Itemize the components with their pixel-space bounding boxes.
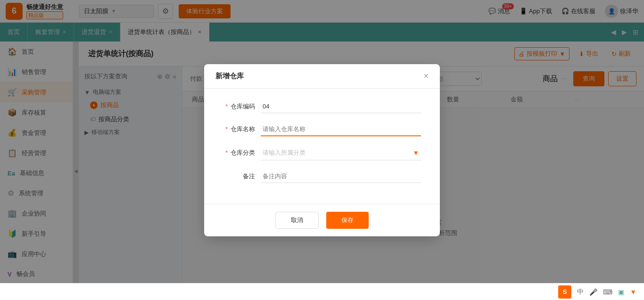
code-required-mark: * [225,103,228,110]
keyboard-icon[interactable]: ⌨ [603,288,612,296]
arrow-icon[interactable]: ▼ [630,288,636,296]
form-row-note: 备注 [223,170,421,183]
dialog-footer: 取消 保存 [204,204,440,236]
category-dropdown-arrow: ▼ [413,149,419,157]
microphone-icon[interactable]: 🎤 [589,288,597,296]
category-label: * 仓库分类 [223,149,261,157]
chinese-input-icon[interactable]: 中 [577,288,584,296]
dialog-header: 新增仓库 × [204,64,440,89]
dialog-close-button[interactable]: × [423,72,429,80]
bottom-logo-button[interactable]: S [558,285,571,299]
category-placeholder: 请输入所属分类 [263,149,413,157]
save-button[interactable]: 保存 [326,212,369,229]
dialog-title: 新增仓库 [215,72,244,81]
cancel-button[interactable]: 取消 [275,212,319,229]
note-label: 备注 [223,172,261,181]
warehouse-note-input[interactable] [261,170,421,183]
warehouse-category-select[interactable]: 请输入所属分类 ▼ [261,146,421,160]
name-label: * 仓库名称 [223,125,261,133]
grid-icon[interactable]: ▣ [618,288,624,296]
bottom-status-bar: S 中 🎤 ⌨ ▣ ▼ [0,283,644,300]
new-warehouse-dialog: 新增仓库 × * 仓库编码 * 仓库名称 [204,64,440,236]
name-required-mark: * [225,125,228,133]
form-row-code: * 仓库编码 [223,100,421,113]
form-row-name: * 仓库名称 [223,123,421,136]
warehouse-code-input[interactable] [261,100,421,113]
dialog-body: * 仓库编码 * 仓库名称 * 仓库分类 请输入 [204,89,440,204]
code-label: * 仓库编码 [223,102,261,111]
category-required-mark: * [225,149,228,156]
form-row-category: * 仓库分类 请输入所属分类 ▼ [223,146,421,160]
warehouse-name-input[interactable] [261,123,421,136]
modal-overlay: 新增仓库 × * 仓库编码 * 仓库名称 [0,0,644,300]
